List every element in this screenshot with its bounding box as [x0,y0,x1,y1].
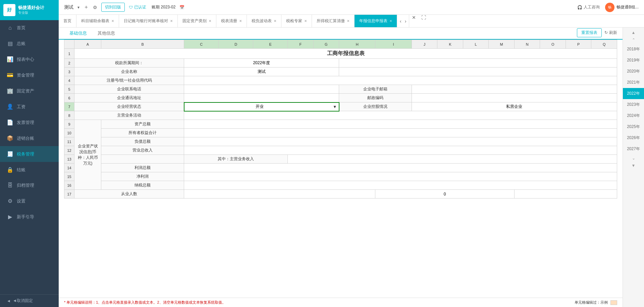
sidebar-item-settings[interactable]: ⚙设置 [0,193,59,209]
col-header-l[interactable]: L [463,40,489,49]
sidebar-item-guide[interactable]: ▶新手引导 [0,209,59,225]
sidebar-item-inventory[interactable]: 📦进销台账 [0,130,59,146]
year-item-2024[interactable]: 2024年 [623,110,644,121]
tab-taxclear[interactable]: 税表清册✕ [216,15,247,27]
tab-close-icon[interactable]: ✕ [209,19,211,23]
year-item-2022[interactable]: 2022年 [623,88,644,99]
tab-fullscreen-icon[interactable]: ⛶ [419,15,429,27]
logo-subtitle: 专业版 [18,10,44,15]
col-header-b[interactable]: B [101,40,184,49]
tab-close-icon[interactable]: ✕ [111,19,114,23]
tab-close-icon[interactable]: ✕ [274,19,276,23]
sidebar-collapse-btn[interactable]: ◄ ◄取消固定 [0,294,59,307]
sub-tab-other[interactable]: 其他信息 [92,28,120,40]
year-item-2025[interactable]: 2025年 [623,121,644,132]
col-header-j[interactable]: J [412,40,437,49]
net-profit-value[interactable] [184,172,617,181]
tab-annual[interactable]: 年报信息申报表✕ [355,15,397,27]
tab-taxcheck[interactable]: 税检专家✕ [281,15,312,27]
calendar-icon[interactable]: 📅 [179,5,184,10]
equity-value[interactable] [184,129,617,137]
tab-close-icon[interactable]: ✕ [304,19,307,23]
add-company-icon[interactable]: ＋ [84,4,89,11]
year-item-2018[interactable]: 2018年 [623,44,644,55]
main-revenue-value[interactable] [288,155,617,164]
tab-income[interactable]: 所得税汇算清缴✕ [312,15,355,27]
status-dropdown-cell[interactable]: 开业 ▼ [184,102,339,111]
total-profit-value[interactable] [184,164,617,172]
tab-home[interactable]: 首页 [59,15,76,27]
col-header-k[interactable]: K [437,40,463,49]
col-header-p[interactable]: P [566,40,591,49]
user-menu[interactable]: 畅 畅捷通B组... [605,3,639,12]
col-header-m[interactable]: M [489,40,515,49]
year-item-2027[interactable]: 2027年 [623,143,644,155]
tab-prev-icon[interactable]: ‹ [398,18,403,24]
year-item-2021[interactable]: 2021年 [623,77,644,88]
employees-number[interactable]: 0 [375,190,514,199]
year-scroll-down-icon[interactable]: ▼ [630,162,637,169]
sidebar-item-home[interactable]: ⌂首页 [0,20,59,36]
sidebar-item-invoices[interactable]: 📄发票管理 [0,115,59,130]
shareholding-value[interactable]: 私营企业 [412,102,617,111]
year-item-2020[interactable]: 2020年 [623,66,644,77]
year-scroll-up-icon[interactable]: ▲ [630,29,637,36]
tab-next-icon[interactable]: › [404,18,408,24]
contact-phone-value[interactable] [184,85,339,94]
address-value[interactable] [184,94,339,102]
settings-gear-icon[interactable]: ⚙ [93,5,97,10]
sub-tab-basic[interactable]: 基础信息 [64,28,92,40]
sidebar-item-ledger[interactable]: ▤总账 [0,36,59,51]
col-header-o[interactable]: O [540,40,566,49]
company-name-value[interactable]: 测试 [184,68,339,76]
email-value[interactable] [412,85,617,94]
tax-period-value[interactable]: 2022年度 [184,59,339,68]
col-header-h[interactable]: H [339,40,375,49]
col-header-i[interactable]: I [375,40,412,49]
tab-expand-icon[interactable]: ✕ [409,15,419,27]
sidebar-item-reports[interactable]: 📊报表中心 [0,51,59,67]
sidebar-item-funds[interactable]: 💳资金管理 [0,67,59,83]
tab-assets[interactable]: 固定资产类别✕ [178,15,216,27]
postal-code-value[interactable] [412,94,617,102]
year-item-2026[interactable]: 2026年 [623,132,644,143]
col-header-d[interactable]: D [219,40,253,49]
dropdown-arrow-icon[interactable]: ▾ [77,5,79,10]
col-header-c[interactable]: C [184,40,219,49]
reset-report-button[interactable]: 重置报表 [577,28,602,37]
main-business-value[interactable] [184,111,617,120]
total-assets-value[interactable] [184,120,617,129]
total-debt-value[interactable] [184,137,617,146]
sidebar-item-assets[interactable]: 🏢固定资产 [0,83,59,99]
total-tax-value[interactable] [184,181,617,190]
col-header-q[interactable]: Q [591,40,617,49]
col-header-a[interactable]: A [74,40,101,49]
year-up-icon[interactable]: ⌃ [631,36,637,44]
tab-bank[interactable]: 日记账与银行对账单核对✕ [119,15,178,27]
tab-close-icon[interactable]: ✕ [389,19,392,23]
tab-close-icon[interactable]: ✕ [347,19,350,23]
refresh-button[interactable]: ↻ 刷新 [604,30,617,36]
col-header-e[interactable]: E [253,40,288,49]
tab-close-icon[interactable]: ✕ [170,19,173,23]
col-header-n[interactable]: N [514,40,540,49]
employees-value[interactable] [184,190,375,199]
total-revenue-value[interactable] [184,146,617,155]
tab-close-icon[interactable]: ✕ [239,19,242,23]
year-item-2019[interactable]: 2019年 [623,55,644,66]
reg-no-value[interactable] [184,76,617,85]
sidebar-item-close[interactable]: 🔒结账 [0,162,59,178]
switch-old-version-button[interactable]: 切到旧版 [101,3,125,12]
sidebar-item-tax[interactable]: 🧾税务管理 [0,146,59,162]
col-header-f[interactable]: F [288,40,314,49]
tab-taxfluc[interactable]: 税负波动表✕ [247,15,281,27]
sidebar-item-wages[interactable]: 👤工资 [0,99,59,115]
customer-service-btn[interactable]: 🎧 人工咨询 [577,4,600,10]
table-title[interactable]: 工商年报信息表 [74,49,617,59]
tab-aux[interactable]: 科目辅助余额表✕ [76,15,119,27]
col-header-g[interactable]: G [313,40,339,49]
sidebar-item-archive[interactable]: 🗄归档管理 [0,178,59,193]
year-down-icon[interactable]: ⌄ [631,155,637,162]
year-item-2023[interactable]: 2023年 [623,99,644,110]
spreadsheet-container[interactable]: A B C D E F G H I J K L M [59,40,623,298]
